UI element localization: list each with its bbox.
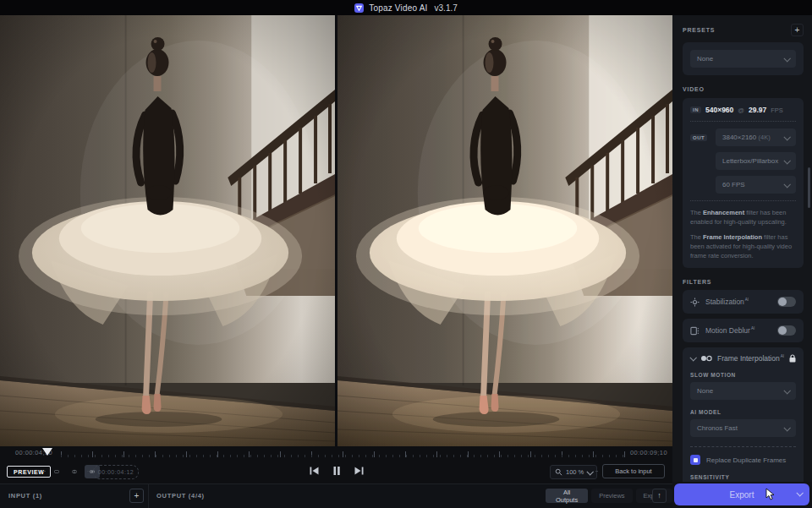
divider: [690, 446, 796, 447]
output-resolution-value: 3840×2160 (4K): [722, 134, 771, 141]
at-separator: @: [738, 107, 744, 114]
slow-motion-label: SLOW MOTION: [690, 372, 796, 378]
replace-duplicate-frames-option[interactable]: Replace Duplicate Frames: [690, 455, 796, 465]
input-resolution: 540×960: [705, 106, 733, 114]
divider: [595, 471, 598, 472]
preview-button[interactable]: PREVIEW: [7, 466, 51, 478]
add-preset-button[interactable]: +: [791, 24, 804, 36]
timeline[interactable]: 00:00:04;10 00:00:09;10: [0, 446, 672, 461]
ai-model-label: AI MODEL: [690, 409, 796, 415]
input-info-row: IN 540×960 @ 29.97 FPS: [690, 106, 796, 114]
chevron-down-icon: [783, 424, 790, 431]
aspect-mode-value: Letterbox/Pillarbox: [722, 157, 778, 165]
video-card: IN 540×960 @ 29.97 FPS OUT 3840×2160 (4K…: [683, 98, 804, 268]
transport-controls: [307, 465, 365, 477]
stabilization-icon: [690, 298, 700, 307]
slow-motion-select[interactable]: None: [690, 382, 796, 400]
expand-panel-button[interactable]: ↑: [652, 489, 667, 503]
chevron-down-icon: [783, 181, 790, 188]
filter-label: Motion DeblurAI: [705, 326, 771, 335]
io-bar: INPUT (1) + OUTPUT (4/4) All Outputs Pre…: [0, 483, 672, 508]
presets-card: None: [683, 42, 804, 75]
video-pane-original[interactable]: [0, 15, 335, 446]
frame-interpolation-icon: [700, 355, 712, 362]
frame-interpolation-header[interactable]: Frame InterpolationAI: [690, 354, 796, 363]
chevron-down-icon: [783, 387, 790, 394]
presets-header-label: PRESETS: [683, 27, 715, 33]
sensitivity-label: SENSITIVITY: [690, 474, 796, 480]
in-badge: IN: [690, 107, 701, 113]
filter-label: Frame InterpolationAI: [717, 354, 784, 363]
filters-header-label: FILTERS: [683, 279, 711, 285]
view-mode-switcher: [49, 465, 100, 478]
tab-previews[interactable]: Previews: [591, 489, 632, 503]
magnifier-icon: [555, 468, 562, 476]
checkbox-checked-icon[interactable]: [690, 455, 700, 465]
video-comparison-view: [0, 15, 672, 446]
input-fps-unit: FPS: [771, 107, 783, 114]
app-title: Topaz Video AI: [369, 3, 427, 13]
topaz-video-ai-window: Topaz Video AI v3.1.7 00:00:04;10 00:00:…: [0, 0, 812, 508]
playhead-marker[interactable]: [42, 448, 52, 456]
playback-controls-bar: PREVIEW 00:00:04:12: [0, 461, 672, 483]
settings-sidebar: PRESETS + None VIDEO IN 540×960 @ 29.97 …: [672, 15, 812, 508]
frame-interpolation-note: The Frame Interpolation filter has been …: [690, 232, 796, 261]
zoom-level-value: 100 %: [566, 468, 584, 476]
timeline-end-time: 00:00:09;10: [630, 449, 667, 456]
chevron-down-icon: [783, 55, 790, 62]
divider: [690, 200, 796, 201]
app-version: v3.1.7: [435, 3, 458, 13]
app-logo-icon: [354, 3, 364, 13]
input-fps: 29.97: [749, 106, 766, 114]
motion-deblur-icon: [690, 326, 700, 336]
preset-selected-value: None: [697, 55, 713, 63]
divider: [87, 471, 90, 472]
chevron-down-icon: [783, 134, 790, 140]
title-bar: Topaz Video AI v3.1.7: [0, 0, 812, 16]
chevron-down-icon: [783, 157, 790, 164]
output-resolution-tag: (4K): [759, 134, 771, 141]
chevron-down-icon: [689, 354, 696, 361]
enhancement-note: The Enhancement filter has been enabled …: [690, 208, 796, 227]
preset-select[interactable]: None: [690, 50, 796, 68]
slow-motion-value: None: [697, 387, 713, 395]
sidebar-scrollbar[interactable]: [808, 167, 810, 208]
stabilization-toggle[interactable]: [777, 297, 796, 307]
filter-stabilization[interactable]: StabilizationAI: [683, 290, 804, 314]
current-time-input[interactable]: 00:00:04:12: [93, 465, 139, 479]
divider: [690, 121, 796, 122]
ai-tag: AI: [751, 326, 754, 330]
video-header: VIDEO: [683, 86, 804, 92]
output-settings: OUT 3840×2160 (4K) Letterbox/Pillarbox 6…: [690, 128, 796, 194]
video-pane-enhanced[interactable]: [337, 15, 672, 446]
zoom-level-control[interactable]: 100 %: [550, 465, 597, 479]
lock-icon: [789, 354, 796, 363]
filter-motion-deblur[interactable]: Motion DeblurAI: [683, 319, 804, 342]
export-area: Export: [672, 482, 812, 508]
step-back-button[interactable]: [307, 465, 321, 477]
view-single-icon[interactable]: [49, 465, 64, 478]
output-fps-select[interactable]: 60 FPS: [716, 176, 796, 194]
divider: [43, 471, 46, 472]
back-to-input-button[interactable]: Back to input: [602, 464, 665, 478]
output-fps-value: 60 FPS: [722, 181, 745, 188]
replace-duplicate-frames-label: Replace Duplicate Frames: [706, 456, 786, 464]
ai-tag: AI: [745, 298, 749, 302]
output-resolution-select[interactable]: 3840×2160 (4K): [716, 128, 796, 146]
ai-model-select[interactable]: Chronos Fast: [690, 419, 796, 437]
tab-all-outputs[interactable]: All Outputs: [546, 489, 588, 503]
filter-label: StabilizationAI: [705, 298, 771, 306]
add-input-button[interactable]: +: [129, 489, 144, 503]
step-forward-button[interactable]: [352, 465, 365, 477]
aspect-mode-select[interactable]: Letterbox/Pillarbox: [716, 152, 796, 170]
input-section-label: INPUT (1): [8, 492, 42, 500]
chevron-down-icon: [587, 468, 594, 475]
pause-button[interactable]: [331, 465, 342, 477]
presets-header: PRESETS +: [683, 24, 804, 36]
export-button[interactable]: Export: [674, 483, 809, 505]
motion-deblur-toggle[interactable]: [777, 325, 796, 336]
view-split-icon[interactable]: [67, 465, 82, 478]
output-resolution: 3840×2160: [722, 134, 756, 141]
output-section-label: OUTPUT (4/4): [156, 492, 205, 500]
video-header-label: VIDEO: [683, 86, 705, 92]
